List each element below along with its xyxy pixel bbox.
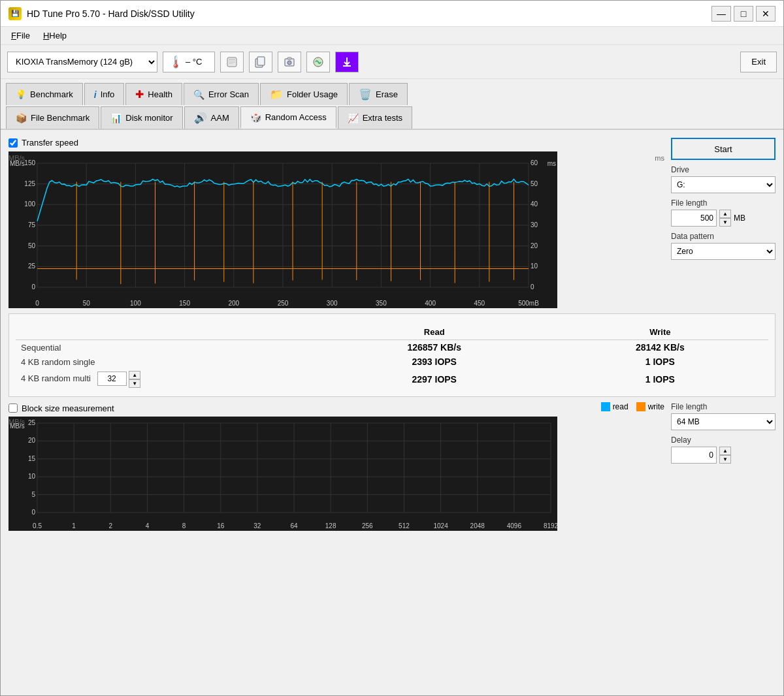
tab-erase[interactable]: 🗑️ Erase [349,83,408,105]
maximize-button[interactable]: □ [734,6,753,22]
benchmark-icon: 💡 [16,89,26,99]
tab-disk-monitor[interactable]: 📊 Disk monitor [101,106,182,129]
file-length-down[interactable]: ▼ [719,218,731,227]
tab-error-scan[interactable]: 🔍 Error Scan [184,83,259,105]
menu-bar: FFile HHelp [1,27,783,45]
random-multi-write: 1 IOPS [552,369,768,390]
block-size-chart [8,417,557,531]
file-menu[interactable]: FFile [6,29,35,42]
disk-monitor-icon: 📊 [110,113,122,123]
drive-row: G: [671,176,776,193]
random-multi-read: 2297 IOPS [317,369,552,390]
toolbar-btn-3[interactable] [278,52,301,72]
block-size-checkbox-label[interactable]: Block size measurement [8,403,114,413]
close-button[interactable]: ✕ [756,6,776,22]
delay-control-group: Delay ▲ ▼ [671,435,776,464]
file-length2-control-group: File length 64 MB 128 MB 256 MB 500 MB [671,402,776,430]
file-length2-label: File length [671,402,776,411]
table-row: 4 KB random multi ▲ ▼ 2297 IOPS 1 IOPS [16,369,768,390]
queue-down[interactable]: ▼ [129,379,140,388]
random-single-write: 1 IOPS [552,355,768,369]
write-color-swatch [636,402,645,411]
toolbar-btn-1[interactable] [220,52,244,72]
queue-spinner: ▲ ▼ [129,371,140,388]
svg-point-8 [287,61,291,65]
window-title: HD Tune Pro 5.70 - Hard Disk/SSD Utility [27,8,195,19]
y-unit-mb: MB/s [8,418,25,426]
tab-erase-label: Erase [376,89,398,99]
tab-info-label: Info [101,89,115,99]
svg-rect-1 [229,59,235,60]
drive-select[interactable]: G: [671,176,776,193]
aam-icon: 🔊 [194,112,207,124]
transfer-speed-checkbox[interactable] [8,138,18,148]
read-header: Read [317,324,552,340]
sequential-write: 28142 KB/s [552,340,768,355]
random-single-read: 2393 IOPS [317,355,552,369]
file-length2-select[interactable]: 64 MB 128 MB 256 MB 500 MB [671,413,776,430]
write-header: Write [552,324,768,340]
sequential-label: Sequential [16,340,317,355]
drive-label: Drive [671,165,776,174]
tab-extra-tests-label: Extra tests [363,113,402,123]
results-section: Read Write Sequential 126857 KB/s 28142 … [8,313,776,397]
error-scan-icon: 🔍 [193,89,204,100]
toolbar-btn-2[interactable] [249,52,272,72]
delay-row: ▲ ▼ [671,447,776,464]
delay-spinner: ▲ ▼ [719,447,731,464]
tab-health[interactable]: ✚ Health [125,83,182,105]
minimize-button[interactable]: — [711,6,731,22]
extra-tests-icon: 📈 [348,113,359,123]
title-left: 💾 HD Tune Pro 5.70 - Hard Disk/SSD Utili… [8,7,195,20]
legend-read: read [601,402,629,411]
health-icon: ✚ [135,88,144,101]
read-color-swatch [601,402,610,411]
tab-info[interactable]: i Info [84,83,125,105]
svg-rect-3 [229,62,235,63]
file-length-unit: MB [734,214,745,223]
queue-depth-input[interactable] [97,372,127,386]
transfer-speed-checkbox-label[interactable]: Transfer speed [8,138,664,148]
file-length-input[interactable] [671,210,717,227]
help-menu[interactable]: HHelp [38,29,72,42]
lower-section: Block size measurement read write [8,402,776,688]
file-length-row: ▲ ▼ MB [671,210,776,227]
queue-up[interactable]: ▲ [129,371,140,379]
block-size-checkbox[interactable] [8,403,18,413]
svg-rect-6 [257,57,265,65]
main-content: Transfer speed MB/s ms Start Drive G: [1,130,783,695]
file-length2-row: 64 MB 128 MB 256 MB 500 MB [671,413,776,430]
svg-rect-4 [229,63,233,64]
temperature-display: 🌡️ – °C [163,52,215,72]
file-length-label: File length [671,198,776,208]
download-button[interactable] [335,52,359,72]
delay-input[interactable] [671,447,717,464]
exit-button[interactable]: Exit [740,52,777,72]
main-chart [8,151,557,308]
tab-folder-usage-label: Folder Usage [287,89,338,99]
tab-bar: 💡 Benchmark i Info ✚ Health 🔍 Error Scan… [1,79,783,130]
tab-random-access[interactable]: 🎲 Random Access [240,106,336,129]
delay-up[interactable]: ▲ [719,447,731,455]
file-length-up[interactable]: ▲ [719,210,731,218]
table-row: Sequential 126857 KB/s 28142 KB/s [16,340,768,355]
data-pattern-control-group: Data pattern Zero Random All ones [671,232,776,260]
tab-benchmark[interactable]: 💡 Benchmark [6,83,83,105]
toolbar-btn-4[interactable] [306,52,330,72]
chart2-wrapper: MB/s [8,417,664,531]
delay-down[interactable]: ▼ [719,455,731,464]
svg-rect-11 [343,65,351,67]
data-pattern-select[interactable]: Zero Random All ones [671,243,776,260]
y-unit-left: MB/s [8,154,25,162]
tab-file-benchmark-label: File Benchmark [31,113,90,123]
delay-label: Delay [671,435,776,445]
tab-extra-tests[interactable]: 📈 Extra tests [338,106,412,129]
main-window: 💾 HD Tune Pro 5.70 - Hard Disk/SSD Utili… [0,0,784,696]
tab-folder-usage[interactable]: 📁 Folder Usage [260,83,348,105]
tab-row-2: 📦 File Benchmark 📊 Disk monitor 🔊 AAM 🎲 … [6,106,778,129]
file-length-control-group: File length ▲ ▼ MB [671,198,776,227]
drive-dropdown[interactable]: KIOXIA TransMemory (124 gB) [7,52,157,72]
tab-aam[interactable]: 🔊 AAM [184,106,239,129]
tab-file-benchmark[interactable]: 📦 File Benchmark [6,106,99,129]
start-button[interactable]: Start [671,138,776,160]
